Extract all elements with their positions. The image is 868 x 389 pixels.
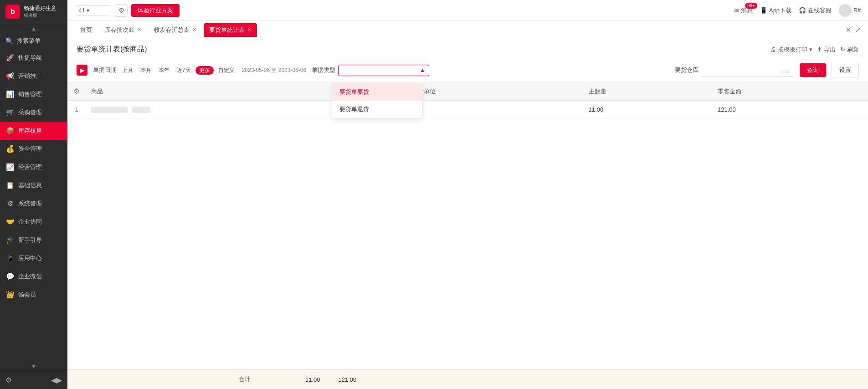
warehouse-select[interactable]: … <box>701 64 794 77</box>
tab-stock-summary[interactable]: 收发存汇总表 ✕ <box>149 23 202 37</box>
type-select[interactable]: ▲ <box>338 65 429 76</box>
date-custom[interactable]: 自定义 <box>216 66 237 75</box>
guide-icon: 🎓 <box>5 236 15 244</box>
th-product-label: 商品 <box>91 88 103 95</box>
system-icon: ⚙ <box>5 200 15 208</box>
th-unit: 主计量单位 <box>401 82 583 101</box>
app-download-item[interactable]: 📱 App下载 <box>760 6 791 15</box>
sidebar-item-label: 快捷导航 <box>18 54 42 62</box>
date-7days[interactable]: 近7天 <box>174 66 194 75</box>
sidebar-item-enterprise[interactable]: 🤝 企业协同 <box>0 213 67 231</box>
print-button[interactable]: 🖨 按模板打印 ▾ <box>770 46 812 54</box>
sidebar-item-inventory[interactable]: 📦 库存核算 <box>0 122 67 140</box>
filter-settings-button[interactable]: 设置 <box>832 63 859 77</box>
tab-home[interactable]: 首页 <box>75 23 98 37</box>
row-amount: 121.00 <box>712 101 868 118</box>
tab-order-stats-close[interactable]: ✕ <box>247 27 252 33</box>
gear-col-icon[interactable]: ⚙ <box>73 87 80 95</box>
filter-expand-button[interactable]: ▶ <box>77 65 87 76</box>
settings-gear-button[interactable]: ⚙ <box>115 4 128 17</box>
sidebar-item-marketing[interactable]: 📢 营销推广 <box>0 67 67 85</box>
sidebar-search-label: 搜索菜单 <box>17 37 41 45</box>
dropdown-item-return[interactable]: 要货单退货 <box>332 101 422 118</box>
user-name: Rit <box>853 7 861 14</box>
print-label: 按模板打印 <box>778 46 807 54</box>
sidebar-item-wechat[interactable]: 💬 企业微信 <box>0 267 67 286</box>
company-number: 41 <box>79 7 85 14</box>
type-select-arrow-icon[interactable]: ▲ <box>420 67 425 73</box>
footer-label: 合计 <box>239 375 251 384</box>
marketing-icon: 📢 <box>5 72 15 80</box>
sidebar-item-purchase[interactable]: 🛒 采购管理 <box>0 103 67 122</box>
tab-stock-batch[interactable]: 库存批次账 ✕ <box>99 23 147 37</box>
dropdown-arrow-icon: ▾ <box>87 7 89 14</box>
main-area: 41 ▾ ⚙ 体验行业方案 ✉ 消息 99+ 📱 App下载 🎧 在线客服 <box>67 0 868 389</box>
sidebar-item-sales[interactable]: 📊 销售管理 <box>0 85 67 103</box>
warehouse-more-icon[interactable]: … <box>781 66 789 74</box>
sidebar-item-system[interactable]: ⚙ 系统管理 <box>0 194 67 213</box>
app-download-label: App下载 <box>769 6 791 15</box>
tab-stock-summary-close[interactable]: ✕ <box>192 27 196 33</box>
quick-nav-icon: 🚀 <box>5 54 15 62</box>
enterprise-icon: 🤝 <box>5 218 15 226</box>
tabs-bar: 首页 库存批次账 ✕ 收发存汇总表 ✕ 要货单统计表 ✕ ✕ ⤢ <box>67 21 868 39</box>
topbar-left: 41 ▾ ⚙ 体验行业方案 <box>75 4 734 17</box>
collapse-icon[interactable]: ◀▶ <box>51 376 62 384</box>
headset-icon: 🎧 <box>799 7 806 14</box>
date-this-year[interactable]: 本年 <box>156 66 172 75</box>
warehouse-select-input[interactable] <box>705 67 781 73</box>
table-footer: 合计 11.00 121.00 <box>67 369 868 389</box>
export-icon: ⬆ <box>817 46 822 53</box>
basic-icon: 📋 <box>5 181 15 189</box>
sidebar-item-operation[interactable]: 📈 经营管理 <box>0 158 67 176</box>
dropdown-item-order-label: 要货单要货 <box>339 88 369 95</box>
sidebar-item-label: 新手引导 <box>18 236 42 244</box>
sidebar-item-guide[interactable]: 🎓 新手引导 <box>0 231 67 249</box>
online-service-label: 在线客服 <box>808 6 832 15</box>
dropdown-item-order[interactable]: 要货单要货 <box>332 83 422 101</box>
online-service-item[interactable]: 🎧 在线客服 <box>799 6 832 15</box>
sidebar-item-label: 企业协同 <box>18 218 42 226</box>
date-last-month[interactable]: 上月 <box>119 66 136 75</box>
tab-stock-batch-close[interactable]: ✕ <box>137 27 141 33</box>
sidebar-item-appcenter[interactable]: 📱 应用中心 <box>0 249 67 267</box>
wechat-icon: 💬 <box>5 272 15 281</box>
sidebar-item-label: 企业微信 <box>18 272 42 281</box>
sidebar-item-finance[interactable]: 💰 资金管理 <box>0 140 67 158</box>
refresh-button[interactable]: ↻ 刷新 <box>840 46 859 54</box>
tab-stock-batch-label: 库存批次账 <box>105 26 134 34</box>
tabs-close-all-icon[interactable]: ✕ <box>845 26 851 34</box>
type-filter-label: 单据类型 <box>312 66 335 74</box>
tabs-expand-icon[interactable]: ⤢ <box>855 26 861 34</box>
sidebar-item-quick-nav[interactable]: 🚀 快捷导航 <box>0 49 67 67</box>
trial-button[interactable]: 体验行业方案 <box>131 4 180 17</box>
sidebar-nav: 🚀 快捷导航 📢 营销推广 📊 销售管理 🛒 采购管理 📦 库存核算 💰 资金管… <box>0 49 67 362</box>
brand-name: 畅捷通好生意 <box>24 5 56 12</box>
operation-icon: 📈 <box>5 163 15 171</box>
page-header-actions: 🖨 按模板打印 ▾ ⬆ 导出 ↻ 刷新 <box>770 46 859 54</box>
date-filter-group: 单据日期 上月 本月 本年 近7天 更多 自定义 2023-05-06 至 20… <box>93 66 306 75</box>
row-unit: 块 <box>401 101 583 118</box>
sidebar-scroll-up[interactable]: ▲ <box>0 24 67 33</box>
sidebar-item-basic[interactable]: 📋 基础信息 <box>0 176 67 194</box>
settings-icon[interactable]: ⚙ <box>5 376 12 384</box>
type-select-input[interactable] <box>342 67 420 74</box>
th-gear[interactable]: ⚙ <box>67 82 86 101</box>
messages-item[interactable]: ✉ 消息 99+ <box>734 6 753 15</box>
date-this-month[interactable]: 本月 <box>138 66 154 75</box>
sidebar-search[interactable]: 🔍 搜索菜单 <box>0 33 67 49</box>
sidebar-item-member[interactable]: 👑 畅会员 <box>0 286 67 304</box>
date-more[interactable]: 更多 <box>195 66 214 75</box>
tab-order-stats[interactable]: 要货单统计表 ✕ <box>204 23 257 37</box>
export-button[interactable]: ⬆ 导出 <box>817 46 836 54</box>
sidebar-item-label: 畅会员 <box>18 291 36 299</box>
query-button[interactable]: 查询 <box>800 63 826 77</box>
user-avatar-item[interactable]: Rit <box>839 4 861 17</box>
table-wrapper: ⚙ 商品 主计量单位 主数量 零售金额 <box>67 82 868 369</box>
tab-home-label: 首页 <box>80 26 92 34</box>
company-selector[interactable]: 41 ▾ <box>75 5 111 15</box>
date-range-display: 2023-05-06 至 2023-06-06 <box>242 67 306 74</box>
sidebar-scroll-down[interactable]: ▼ <box>0 362 67 371</box>
row-qty: 11.00 <box>583 101 712 118</box>
print-arrow-icon: ▾ <box>809 46 812 53</box>
